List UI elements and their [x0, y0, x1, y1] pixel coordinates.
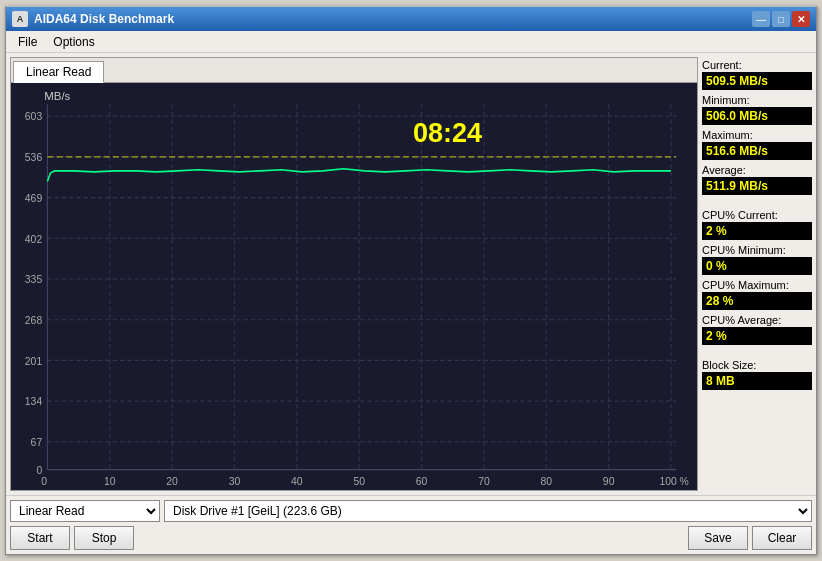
svg-text:20: 20	[166, 474, 178, 486]
maximum-label: Maximum:	[702, 129, 812, 141]
average-value: 511.9 MB/s	[702, 177, 812, 195]
svg-text:0: 0	[41, 474, 47, 486]
svg-text:70: 70	[478, 474, 490, 486]
svg-text:90: 90	[603, 474, 615, 486]
maximum-value: 516.6 MB/s	[702, 142, 812, 160]
cpu-current-label: CPU% Current:	[702, 209, 812, 221]
maximize-button[interactable]: □	[772, 11, 790, 27]
stat-average: Average: 511.9 MB/s	[702, 164, 812, 195]
svg-text:MB/s: MB/s	[44, 89, 70, 102]
block-size-value: 8 MB	[702, 372, 812, 390]
stat-cpu-average: CPU% Average: 2 %	[702, 314, 812, 345]
bottom-row1: Linear Read Random Read Buffered Read Av…	[10, 500, 812, 522]
clear-button[interactable]: Clear	[752, 526, 812, 550]
main-window: A AIDA64 Disk Benchmark — □ ✕ File Optio…	[5, 6, 817, 555]
svg-text:30: 30	[229, 474, 241, 486]
svg-text:268: 268	[25, 314, 42, 326]
title-bar: A AIDA64 Disk Benchmark — □ ✕	[6, 7, 816, 31]
stat-cpu-maximum: CPU% Maximum: 28 %	[702, 279, 812, 310]
svg-text:80: 80	[541, 474, 553, 486]
minimum-label: Minimum:	[702, 94, 812, 106]
svg-text:469: 469	[25, 192, 42, 204]
svg-text:134: 134	[25, 395, 42, 407]
bottom-panel: Linear Read Random Read Buffered Read Av…	[6, 495, 816, 554]
svg-text:335: 335	[25, 273, 42, 285]
window-title: AIDA64 Disk Benchmark	[34, 12, 174, 26]
chart-panel: Linear Read MB/s 603 536	[10, 57, 698, 491]
cpu-maximum-value: 28 %	[702, 292, 812, 310]
svg-text:10: 10	[104, 474, 116, 486]
svg-rect-0	[11, 83, 697, 490]
svg-text:536: 536	[25, 151, 42, 163]
menu-file[interactable]: File	[10, 33, 45, 51]
minimize-button[interactable]: —	[752, 11, 770, 27]
minimum-value: 506.0 MB/s	[702, 107, 812, 125]
cpu-minimum-value: 0 %	[702, 257, 812, 275]
current-label: Current:	[702, 59, 812, 71]
svg-text:67: 67	[31, 436, 43, 448]
menu-options[interactable]: Options	[45, 33, 102, 51]
cpu-minimum-label: CPU% Minimum:	[702, 244, 812, 256]
app-icon: A	[12, 11, 28, 27]
stat-current: Current: 509.5 MB/s	[702, 59, 812, 90]
test-type-dropdown[interactable]: Linear Read Random Read Buffered Read Av…	[10, 500, 160, 522]
current-value: 509.5 MB/s	[702, 72, 812, 90]
svg-text:60: 60	[416, 474, 428, 486]
stat-minimum: Minimum: 506.0 MB/s	[702, 94, 812, 125]
block-size-label: Block Size:	[702, 359, 812, 371]
stats-panel: Current: 509.5 MB/s Minimum: 506.0 MB/s …	[702, 57, 812, 491]
svg-text:08:24: 08:24	[413, 117, 483, 148]
stop-button[interactable]: Stop	[74, 526, 134, 550]
save-button[interactable]: Save	[688, 526, 748, 550]
title-bar-controls: — □ ✕	[752, 11, 810, 27]
svg-text:402: 402	[25, 232, 42, 244]
svg-text:100 %: 100 %	[659, 474, 688, 486]
bottom-row2: Start Stop Save Clear	[10, 526, 812, 550]
stat-cpu-current: CPU% Current: 2 %	[702, 209, 812, 240]
cpu-current-value: 2 %	[702, 222, 812, 240]
close-button[interactable]: ✕	[792, 11, 810, 27]
chart-area: MB/s 603 536 469 402 335	[11, 83, 697, 490]
cpu-average-value: 2 %	[702, 327, 812, 345]
tab-linear-read[interactable]: Linear Read	[13, 61, 104, 83]
disk-dropdown[interactable]: Disk Drive #1 [GeiL] (223.6 GB)	[164, 500, 812, 522]
chart-svg: MB/s 603 536 469 402 335	[11, 83, 697, 490]
cpu-average-label: CPU% Average:	[702, 314, 812, 326]
tab-bar: Linear Read	[11, 58, 697, 83]
title-bar-left: A AIDA64 Disk Benchmark	[12, 11, 174, 27]
content-area: Linear Read MB/s 603 536	[6, 53, 816, 495]
cpu-maximum-label: CPU% Maximum:	[702, 279, 812, 291]
svg-text:603: 603	[25, 110, 42, 122]
svg-text:40: 40	[291, 474, 303, 486]
svg-text:201: 201	[25, 355, 42, 367]
average-label: Average:	[702, 164, 812, 176]
start-button[interactable]: Start	[10, 526, 70, 550]
menu-bar: File Options	[6, 31, 816, 53]
stat-cpu-minimum: CPU% Minimum: 0 %	[702, 244, 812, 275]
stat-block-size: Block Size: 8 MB	[702, 359, 812, 390]
stat-maximum: Maximum: 516.6 MB/s	[702, 129, 812, 160]
svg-text:50: 50	[353, 474, 365, 486]
